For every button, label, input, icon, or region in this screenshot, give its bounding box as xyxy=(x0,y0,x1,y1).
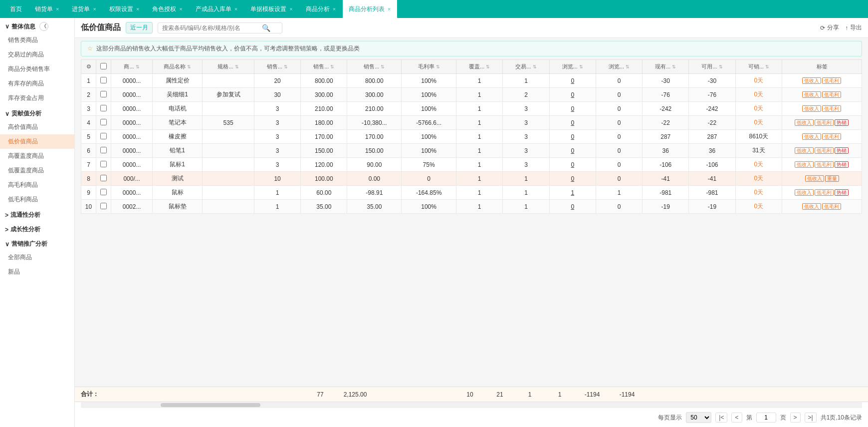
row-checkbox[interactable] xyxy=(100,189,107,195)
page-input[interactable] xyxy=(756,413,776,423)
sidebar-item-new-goods[interactable]: 新品 xyxy=(0,265,74,279)
filter-btn[interactable]: 近一月 xyxy=(126,22,153,33)
close-permission-icon[interactable]: × xyxy=(136,6,139,12)
close-product-analysis-icon[interactable]: × xyxy=(333,6,336,12)
sidebar-item-high-value[interactable]: 高价值商品 xyxy=(0,120,74,134)
cell-check[interactable] xyxy=(96,186,111,200)
close-product-warehouse-icon[interactable]: × xyxy=(234,6,237,12)
sidebar-item-traded-goods[interactable]: 交易过的商品 xyxy=(0,47,74,62)
cell-view1[interactable]: 0 xyxy=(549,200,596,214)
close-role-auth-icon[interactable]: × xyxy=(179,6,182,12)
sidebar-group-marketing[interactable]: ∨ 营销推广分析 xyxy=(0,236,74,250)
cell-view1[interactable]: 0 xyxy=(549,130,596,144)
th-settings[interactable]: ⚙ xyxy=(81,60,96,74)
share-btn[interactable]: ⟳ 分享 xyxy=(820,23,839,32)
view-link[interactable]: 0 xyxy=(571,105,574,112)
cell-check[interactable] xyxy=(96,130,111,144)
nav-sales-order[interactable]: 销货单 × xyxy=(29,0,65,18)
sidebar-group-contribution[interactable]: ∨ 贡献值分析 xyxy=(0,105,74,120)
row-checkbox[interactable] xyxy=(100,77,107,83)
search-icon[interactable]: 🔍 xyxy=(262,24,270,32)
view-link[interactable]: 0 xyxy=(571,91,574,98)
search-input[interactable] xyxy=(162,24,262,31)
prev-page-btn[interactable]: < xyxy=(731,413,742,423)
select-all-checkbox[interactable] xyxy=(100,63,107,69)
cell-view1[interactable]: 0 xyxy=(549,88,596,102)
sidebar-item-high-coverage[interactable]: 高覆盖度商品 xyxy=(0,149,74,163)
view-link[interactable]: 0 xyxy=(571,203,574,210)
nav-template-settings[interactable]: 单据模板设置 × xyxy=(244,0,298,18)
cell-check[interactable] xyxy=(96,200,111,214)
nav-purchase-order[interactable]: 进货单 × xyxy=(66,0,102,18)
view-link[interactable]: 0 xyxy=(571,77,574,84)
tag: 低收入 xyxy=(802,77,821,84)
cell-view1[interactable]: 0 xyxy=(549,102,596,116)
cell-view1[interactable]: 0 xyxy=(549,172,596,186)
row-checkbox[interactable] xyxy=(100,161,107,167)
cell-view1[interactable]: 1 xyxy=(549,186,596,200)
sidebar-item-high-profit[interactable]: 高毛利商品 xyxy=(0,178,74,192)
row-checkbox[interactable] xyxy=(100,105,107,111)
sidebar-item-sales-goods[interactable]: 销售类商品 xyxy=(0,33,74,47)
cell-view1[interactable]: 0 xyxy=(549,158,596,172)
scrollbar-thumb[interactable] xyxy=(161,403,260,407)
last-page-btn[interactable]: >| xyxy=(805,413,817,423)
view-link[interactable]: 0 xyxy=(571,161,574,168)
close-sales-order-icon[interactable]: × xyxy=(56,6,59,12)
scrollbar[interactable] xyxy=(81,402,862,408)
sidebar-collapse-overall[interactable]: 《 xyxy=(39,22,48,31)
nav-home[interactable]: 首页 xyxy=(4,0,28,18)
cell-view1[interactable]: 0 xyxy=(549,116,596,130)
sidebar-item-all-goods[interactable]: 全部商品 xyxy=(0,250,74,265)
th-checkbox[interactable] xyxy=(96,60,111,74)
cell-check[interactable] xyxy=(96,172,111,186)
nav-role-auth[interactable]: 角色授权 × xyxy=(146,0,188,18)
view-link[interactable]: 0 xyxy=(571,119,574,126)
sidebar-item-low-profit[interactable]: 低毛利商品 xyxy=(0,192,74,207)
nav-product-analysis-list[interactable]: 商品分析列表 × xyxy=(343,0,397,18)
view-link[interactable]: 0 xyxy=(571,175,574,182)
cell-view1[interactable]: 0 xyxy=(549,74,596,88)
sidebar-group-circulation[interactable]: > 流通性分析 xyxy=(0,207,74,221)
close-template-settings-icon[interactable]: × xyxy=(289,6,292,12)
tag: 低毛利 xyxy=(815,161,834,168)
close-product-analysis-list-icon[interactable]: × xyxy=(388,6,391,12)
first-page-btn[interactable]: |< xyxy=(715,413,727,423)
row-checkbox[interactable] xyxy=(100,175,107,181)
cell-avg-sale: 170.00 xyxy=(347,130,402,144)
view-link[interactable]: 0 xyxy=(571,133,574,140)
row-checkbox[interactable] xyxy=(100,119,107,125)
cell-check[interactable] xyxy=(96,88,111,102)
cell-check[interactable] xyxy=(96,102,111,116)
nav-product-warehouse[interactable]: 产成品入库单 × xyxy=(190,0,243,18)
th-sale-amt: 销售... ⇅ xyxy=(301,60,347,74)
cell-check[interactable] xyxy=(96,74,111,88)
cell-check[interactable] xyxy=(96,144,111,158)
nav-product-analysis[interactable]: 商品分析 × xyxy=(300,0,342,18)
cell-check[interactable] xyxy=(96,116,111,130)
row-checkbox[interactable] xyxy=(100,133,107,139)
view-link[interactable]: 0 xyxy=(571,147,574,154)
row-checkbox[interactable] xyxy=(100,147,107,153)
close-purchase-order-icon[interactable]: × xyxy=(93,6,96,12)
view-link[interactable]: 1 xyxy=(571,189,574,196)
nav-permission[interactable]: 权限设置 × xyxy=(103,0,145,18)
row-checkbox[interactable] xyxy=(100,91,107,97)
page-label-suffix: 页 xyxy=(780,414,786,422)
row-checkbox[interactable] xyxy=(100,203,107,209)
export-btn[interactable]: ↑ 导出 xyxy=(845,23,862,32)
sidebar-item-category-sales[interactable]: 商品分类销售率 xyxy=(0,62,74,76)
cell-check[interactable] xyxy=(96,158,111,172)
next-page-btn[interactable]: > xyxy=(790,413,801,423)
sidebar-item-low-value[interactable]: 低价值商品 xyxy=(0,134,74,149)
cell-sale-amt: 100.00 xyxy=(301,172,347,186)
cell-view1[interactable]: 0 xyxy=(549,144,596,158)
sidebar-item-stock-capital[interactable]: 库存资金占用 xyxy=(0,91,74,105)
per-page-select[interactable]: 50 100 200 xyxy=(686,412,711,423)
sidebar-item-stock-goods[interactable]: 有库存的商品 xyxy=(0,76,74,91)
sidebar-group-overall[interactable]: ∨ 整体信息 《 xyxy=(0,18,74,33)
sidebar-group-growth[interactable]: > 成长性分析 xyxy=(0,221,74,236)
tag: 低收入 xyxy=(802,105,821,112)
sidebar-item-low-coverage[interactable]: 低覆盖度商品 xyxy=(0,163,74,178)
cell-qty: 3 xyxy=(254,158,300,172)
